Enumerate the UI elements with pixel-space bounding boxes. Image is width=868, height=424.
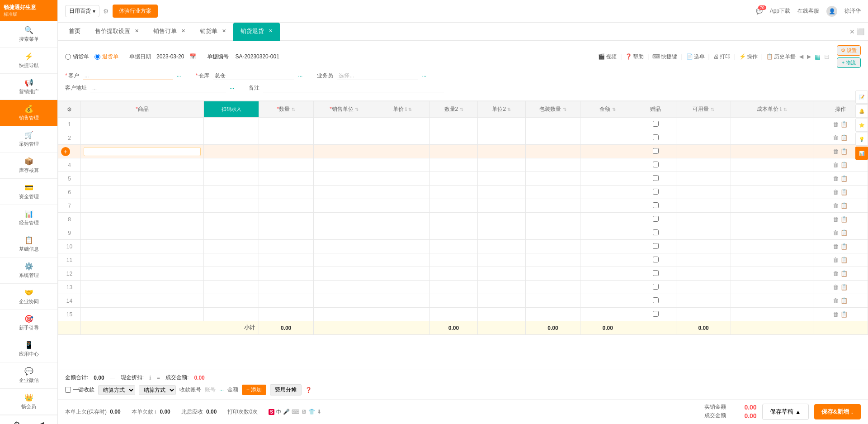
gift-checkbox[interactable] [653, 243, 659, 249]
sidebar-item-basic[interactable]: 📋 基础信息 [0, 231, 57, 257]
product-cell[interactable] [80, 226, 204, 240]
close-all-icon[interactable]: ✕ [849, 28, 855, 35]
quick-action-item[interactable]: 💡 [855, 133, 868, 146]
list-view-icon[interactable]: ▦ [815, 53, 821, 60]
calc-method-select[interactable]: 结算方式 [139, 385, 176, 395]
product-cell[interactable] [80, 172, 204, 186]
account-select-dots[interactable]: ··· [219, 387, 224, 393]
next-icon[interactable]: ▶ [807, 53, 811, 60]
sidebar-item-appstore[interactable]: 📱 应用中心 [0, 336, 57, 362]
save-draft-button[interactable]: 保存草稿 ▲ [762, 404, 809, 420]
scan-input-button[interactable]: 扫码录入 [219, 105, 244, 114]
product-cell[interactable] [80, 118, 204, 131]
product-cell[interactable] [80, 145, 204, 158]
radio-return-input[interactable] [94, 54, 100, 60]
copy-icon[interactable]: 📋 [840, 189, 848, 195]
copy-icon[interactable]: 📋 [840, 216, 848, 223]
quick-action-item[interactable]: 📝 [855, 91, 868, 104]
sidebar-item-inventory[interactable]: 📦 库存核算 [0, 152, 57, 179]
delete-icon[interactable]: 🗑 [833, 216, 839, 223]
help-btn[interactable]: ❓ 帮助 [625, 53, 644, 61]
sidebar-item-marketing[interactable]: 📢 营销推广 [0, 74, 57, 100]
delete-icon[interactable]: 🗑 [833, 202, 839, 209]
tab-sales-order[interactable]: 销售订单 ✕ [146, 23, 193, 41]
qty-sort-icon[interactable]: ⇅ [292, 107, 295, 112]
copy-icon[interactable]: 📋 [840, 202, 848, 209]
gift-checkbox[interactable] [653, 202, 659, 208]
qty2-sort-icon[interactable]: ⇅ [460, 107, 463, 112]
discount-info-icon[interactable]: ℹ [149, 375, 151, 381]
product-cell[interactable] [80, 281, 204, 294]
th-settings[interactable]: ⚙ [58, 101, 81, 118]
detail-view-icon[interactable]: ⊟ [824, 53, 830, 60]
available-sort-icon[interactable]: ⇅ [711, 107, 714, 112]
tab-sales-delivery[interactable]: 销货单 ✕ [193, 23, 233, 41]
staff-select-dots[interactable]: ··· [422, 73, 426, 79]
radio-delivery[interactable]: 销货单 [65, 53, 89, 61]
delete-icon[interactable]: 🗑 [833, 189, 839, 195]
quick-action-item[interactable]: 🔔 [855, 105, 868, 118]
online-service-link[interactable]: 在线客服 [797, 7, 819, 15]
copy-icon[interactable]: 📋 [840, 257, 848, 263]
customer-input[interactable] [83, 71, 173, 80]
gift-checkbox[interactable] [653, 270, 659, 276]
warehouse-select-dots[interactable]: ··· [298, 73, 302, 79]
gift-checkbox[interactable] [653, 311, 659, 317]
prev-icon[interactable]: ◀ [799, 53, 803, 60]
price-sort-icon[interactable]: ⇅ [408, 107, 412, 112]
unit-sort-icon[interactable]: ⇅ [355, 107, 359, 112]
cost-sort-icon[interactable]: ⇅ [783, 107, 787, 112]
delete-icon[interactable]: 🗑 [833, 148, 839, 155]
tab-sales-return[interactable]: 销货退货 ✕ [233, 23, 280, 41]
experience-button[interactable]: 体验行业方案 [113, 5, 158, 18]
app-download-link[interactable]: App下载 [770, 7, 790, 15]
copy-icon[interactable]: 📋 [840, 284, 848, 291]
sidebar-item-weixin[interactable]: 💬 企业微信 [0, 362, 57, 389]
close-icon[interactable]: ✕ [222, 28, 226, 34]
staff-input[interactable] [337, 71, 418, 80]
delete-icon[interactable]: 🗑 [833, 175, 839, 182]
product-cell[interactable] [80, 294, 204, 308]
sidebar-item-sales[interactable]: 💰 销售管理 [0, 100, 57, 126]
product-cell[interactable] [80, 199, 204, 213]
tab-price-setting[interactable]: 售价提取设置 ✕ [88, 23, 146, 41]
settings-button[interactable]: ⚙ 设置 [837, 45, 861, 56]
delete-icon[interactable]: 🗑 [833, 162, 839, 168]
gift-checkbox[interactable] [653, 216, 659, 222]
gift-checkbox[interactable] [653, 175, 659, 181]
gift-checkbox[interactable] [653, 257, 659, 262]
sidebar-item-operations[interactable]: 📊 经营管理 [0, 205, 57, 231]
copy-icon[interactable]: 📋 [840, 162, 848, 168]
warehouse-input[interactable] [213, 71, 294, 80]
th-scan[interactable]: 扫码录入 [204, 101, 259, 118]
expand-icon[interactable]: ⬜ [857, 28, 864, 35]
delete-icon[interactable]: 🗑 [833, 284, 839, 291]
close-icon[interactable]: ✕ [181, 28, 185, 34]
close-icon[interactable]: ✕ [135, 28, 139, 34]
gift-checkbox[interactable] [653, 297, 659, 303]
quick-action-item[interactable]: ⭐ [855, 119, 868, 132]
customer-select-dots[interactable]: ··· [177, 73, 181, 79]
delete-icon[interactable]: 🗑 [833, 297, 839, 304]
delete-icon[interactable]: 🗑 [833, 270, 839, 277]
product-input[interactable] [84, 147, 201, 156]
message-icon[interactable]: 💬 70 [756, 8, 763, 14]
sidebar-item-finance[interactable]: 💳 资金管理 [0, 179, 57, 205]
sidebar-item-enterprise[interactable]: 🤝 企业协同 [0, 284, 57, 310]
sidebar-item-purchase[interactable]: 🛒 采购管理 [0, 126, 57, 152]
save-new-button[interactable]: 保存&新增 ↓ [814, 404, 861, 419]
delete-icon[interactable]: 🗑 [833, 243, 839, 250]
copy-icon[interactable]: 📋 [840, 311, 848, 318]
quick-pay-checkbox[interactable]: 一键收款 [65, 386, 94, 394]
logistics-button[interactable]: + 物流 [837, 57, 861, 68]
gift-checkbox[interactable] [653, 284, 659, 290]
table-settings-icon[interactable]: ⚙ [67, 106, 72, 113]
cost-info-icon[interactable]: ℹ [780, 106, 782, 112]
shortcut-btn[interactable]: ⌨ 快捷键 [652, 53, 677, 61]
copy-icon[interactable]: 📋 [840, 121, 848, 128]
gift-checkbox[interactable] [653, 134, 659, 140]
operate-btn[interactable]: ⚡ 操作 [739, 53, 758, 61]
product-cell[interactable] [80, 308, 204, 321]
product-cell[interactable] [80, 253, 204, 267]
address-select-dots[interactable]: ··· [230, 85, 234, 91]
